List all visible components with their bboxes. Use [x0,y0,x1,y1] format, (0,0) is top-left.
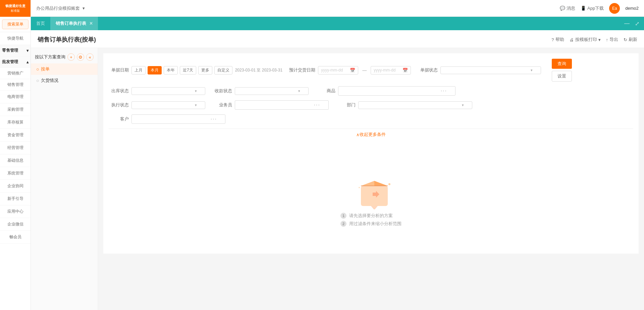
sidebar-item-wechat[interactable]: 企业微信 [0,218,31,231]
date-btn-this-year[interactable]: 本年 [164,66,178,74]
date-btn-7days[interactable]: 近7天 [180,66,196,74]
tab-sales-order[interactable]: 销售订单执行表 × [50,17,98,30]
sidebar-item-appstore[interactable]: 应用中心 [0,205,31,218]
filter-row-3: 执行状态 ▾ 业务员 ··· [109,100,633,110]
logo-text: 畅捷通好生意 [5,4,25,8]
out-status-dropdown-icon: ▾ [195,89,197,93]
help-label: 帮助 [555,37,564,43]
collapse-panel-icon[interactable]: « [86,53,94,61]
refresh-action[interactable]: ↻ 刷新 [624,37,637,43]
sidebar-item-operation[interactable]: 经营管理 [0,142,31,154]
tabbar-actions: — ⤢ [622,19,644,28]
collect-status-select[interactable]: ▾ [235,87,309,95]
sidebar-item-system[interactable]: 系统管理 [0,167,31,180]
app-download-action[interactable]: 📱 App下载 [581,5,604,11]
filter-row-1: 单据日期 上月 本月 本年 近7天 更多 自定义 2023-03-01 至 20… [109,59,633,82]
topbar: 办公用品行业模拟账套 ▾ 💬 消息 📱 App下载 Ea demo2 [31,0,644,17]
main-area: 办公用品行业模拟账套 ▾ 💬 消息 📱 App下载 Ea demo2 首页 销售… [31,0,644,310]
topbar-left: 办公用品行业模拟账套 ▾ [36,5,85,11]
date-from-input[interactable]: yyyy-mm-dd 📅 [318,66,358,74]
date-btn-last-month[interactable]: 上月 [131,66,146,74]
print-action[interactable]: 🖨 按模板打印 ▾ [570,37,601,43]
sidebar-item-basic[interactable]: 基础信息 [0,154,31,167]
date-btn-this-month[interactable]: 本月 [148,66,162,74]
right-panel: 单据日期 上月 本月 本年 近7天 更多 自定义 2023-03-01 至 20… [98,48,644,310]
date-options: 上月 本月 本年 近7天 更多 自定义 [131,66,232,74]
sidebar-item-enterprise[interactable]: 企业协同 [0,180,31,193]
scheme-item-by-order[interactable]: ○ 按单 [31,63,98,75]
collapse-icon: ∧ [356,132,360,137]
product-select[interactable]: ··· [338,86,455,96]
sidebar-item-sales[interactable]: 销售管理 [0,79,31,91]
sidebar-item-wholesale[interactable]: 批发管理 ▴ [0,56,31,68]
username-label[interactable]: demo2 [625,6,639,11]
tab-close-icon[interactable]: × [90,21,93,26]
out-status-select[interactable]: ▾ [131,87,205,95]
salesperson-label: 业务员 [212,102,232,108]
tab-home-label: 首页 [36,20,45,27]
export-action[interactable]: ↑ 导出 [606,37,619,43]
status-label: 单据状态 [418,67,438,73]
search-button[interactable]: 查询 [552,59,572,69]
exec-status-select[interactable]: ▾ [131,101,205,109]
customer-more-icon[interactable]: ··· [211,116,217,122]
tabbar-minimize-btn[interactable]: — [622,19,632,28]
product-more-icon[interactable]: ··· [441,88,447,94]
settings-button[interactable]: 设置 [552,71,572,82]
refresh-label: 刷新 [629,37,637,43]
help-action[interactable]: ? 帮助 [551,37,564,43]
page-header: 销售订单执行表(按单) ? 帮助 🖨 按模板打印 ▾ ↑ 导出 [31,30,644,48]
sidebar-item-marketing[interactable]: 营销推广 [0,68,31,79]
status-select[interactable]: ▾ [440,66,541,74]
exec-status-dropdown-icon: ▾ [195,103,197,107]
tab-home[interactable]: 首页 [31,17,50,30]
add-scheme-icon[interactable]: + [67,53,75,61]
collapse-label: 收起更多条件 [360,132,386,138]
sidebar-item-purchase[interactable]: 采购管理 [0,103,31,116]
date-btn-custom[interactable]: 自定义 [214,66,232,74]
sidebar-item-finance[interactable]: 资金管理 [0,129,31,142]
date-to-input[interactable]: yyyy-mm-dd 📅 [371,66,411,74]
sidebar-item-inventory[interactable]: 库存核算 [0,116,31,129]
filter-collapse-btn[interactable]: ∧ 收起更多条件 [109,128,633,140]
chevron-up-icon: ▴ [26,60,29,64]
page-header-actions: ? 帮助 🖨 按模板打印 ▾ ↑ 导出 ↻ 刷新 [551,37,637,43]
filter-collect-status: 收款状态 ▾ [212,87,309,95]
left-panel-title: 按以下方案查询 [35,54,65,60]
hint-num-1: 1 [340,213,346,219]
print-label: 按模板打印 [575,37,597,43]
scheme-item-shortage[interactable]: ○ 欠货情况 [31,75,98,86]
sidebar-item-member[interactable]: 畅会员 [0,231,31,244]
hint-text-2: 用过滤条件来缩小分析范围 [349,221,401,227]
salesperson-select[interactable]: ··· [235,100,329,110]
settings-scheme-icon[interactable]: ⚙ [77,53,84,61]
sidebar-item-quick-nav[interactable]: 快捷导航 [0,32,31,45]
refresh-icon: ↻ [624,37,627,42]
customer-select[interactable]: ··· [131,114,225,124]
empty-hint-1: 1 请先选择要分析的方案 [340,213,401,219]
industry-dropdown-icon[interactable]: ▾ [83,6,85,11]
sidebar-item-retail[interactable]: 零售管理 ▾ [0,45,31,56]
svg-point-3 [359,187,360,188]
empty-icon [354,172,388,206]
tab-sales-order-label: 销售订单执行表 [56,20,86,27]
dept-select[interactable]: ▾ [358,101,472,109]
product-label: 商品 [315,88,335,94]
search-menu-button[interactable]: 搜索菜单 [2,19,29,29]
date-label: 单据日期 [109,67,129,73]
sidebar-item-newcomer[interactable]: 新手引导 [0,193,31,205]
estimated-delivery-label: 预计交货日期 [289,67,315,73]
left-panel-header: 按以下方案查询 + ⚙ « [31,52,98,63]
sidebar-item-retail-label: 零售管理 [2,48,18,53]
customer-label: 客户 [109,116,129,122]
collect-status-dropdown-icon: ▾ [298,89,300,93]
sidebar-item-ecommerce[interactable]: 电商管理 [0,91,31,103]
app-logo: 畅捷通好生意 标准版 [0,0,31,17]
message-action[interactable]: 💬 消息 [560,5,575,11]
date-btn-more[interactable]: 更多 [198,66,212,74]
tabbar-expand-btn[interactable]: ⤢ [633,19,641,28]
status-dropdown-icon: ▾ [531,68,533,72]
salesperson-more-icon[interactable]: ··· [314,102,320,108]
hint-text-1: 请先选择要分析的方案 [349,213,393,219]
export-label: 导出 [609,37,618,43]
